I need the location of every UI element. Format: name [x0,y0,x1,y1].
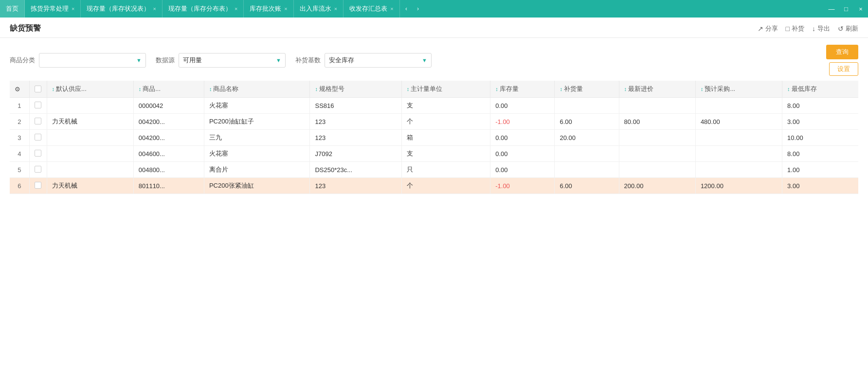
cell-est-2: 480.00 [695,114,782,130]
tab-close-inventory-status[interactable]: × [153,6,156,12]
row-checkbox-6[interactable] [29,178,47,194]
tab-recv-summary[interactable]: 收发存汇总表× [344,0,399,18]
cell-code-6: 801110... [133,178,204,194]
cell-stock-3: 0.00 [490,130,555,146]
th-unit[interactable]: ↕主计量单位 [401,81,490,98]
category-select[interactable]: ▼ [39,53,146,68]
gear-icon[interactable]: ⚙ [15,86,20,93]
tab-close-batch-account[interactable]: × [284,6,287,12]
tab-inout-flow[interactable]: 出入库流水× [294,0,344,18]
category-filter-group: 商品分类 ▼ [10,53,146,68]
cell-name-2: PC200油缸缸子 [204,114,310,130]
replenish-base-dropdown-icon: ▼ [422,57,427,63]
tab-nav-right[interactable]: › [412,0,424,18]
row-select-5[interactable] [35,166,41,173]
cell-name-5: 离合片 [204,162,310,178]
th-min-stock[interactable]: ↕最低库存 [782,81,858,98]
replenish-base-label: 补货基数 [295,56,321,65]
query-button[interactable]: 查询 [826,45,858,59]
row-checkbox-4[interactable] [29,146,47,162]
refresh-label: 刷新 [846,24,858,33]
settings-button[interactable]: 设置 [829,62,858,76]
cell-minstock-1: 8.00 [782,98,858,114]
row-checkbox-1[interactable] [29,98,47,114]
cell-est-1 [695,98,782,114]
maximize-button[interactable]: □ [839,0,853,18]
cell-replenish-5 [555,162,619,178]
datasource-dropdown-icon: ▼ [276,57,281,63]
cell-minstock-6: 3.00 [782,178,858,194]
tab-close-inout-flow[interactable]: × [334,6,337,12]
cell-stock-6: -1.00 [490,178,555,194]
cell-stock-2: -1.00 [490,114,555,130]
tab-nav-left[interactable]: ‹ [400,0,412,18]
sort-icon-spec: ↕ [315,86,318,92]
th-default-supplier[interactable]: ↕默认供应... [47,81,133,98]
th-goods-name[interactable]: ↕商品名称 [204,81,310,98]
cell-supplier-2: 力天机械 [47,114,133,130]
tab-batch-account[interactable]: 库存批次账× [244,0,293,18]
cell-code-1: 0000042 [133,98,204,114]
close-window-button[interactable]: × [853,0,868,18]
cell-minstock-3: 10.00 [782,130,858,146]
cell-unit-5: 只 [401,162,490,178]
tab-abnormal[interactable]: 拣货异常处理× [25,0,81,18]
table-header-row: ⚙ ↕默认供应... ↕商品... ↕商品名称 ↕规格型号 ↕主计量单位 ↕库存… [10,81,858,98]
table-body: 1 0000042 火花塞 SS816 支 0.00 8.00 2 力天机械 0… [10,98,858,194]
row-num-2: 2 [10,114,29,130]
sort-icon-min: ↕ [787,86,790,92]
select-all-checkbox[interactable] [35,86,41,92]
th-replenish-qty[interactable]: ↕补货量 [555,81,619,98]
replenish-button[interactable]: □ 补货 [786,24,804,33]
cell-spec-2: 123 [310,114,401,130]
cell-unit-6: 个 [401,178,490,194]
page-container: 缺货预警 ↗ 分享 □ 补货 ↓ 导出 ↺ 刷新 商品分类 [0,18,868,387]
filter-actions: 查询 设置 [826,45,858,76]
cell-unit-1: 支 [401,98,490,114]
datasource-select[interactable]: 可用量 ▼ [179,53,286,68]
row-checkbox-3[interactable] [29,130,47,146]
cell-est-4 [695,146,782,162]
th-gear: ⚙ [10,81,29,98]
tab-home[interactable]: 首页 [0,0,25,18]
th-stock-qty[interactable]: ↕库存量 [490,81,555,98]
row-select-6[interactable] [35,182,41,189]
cell-price-4 [619,146,695,162]
th-est-purchase[interactable]: ↕预计采购... [695,81,782,98]
row-select-1[interactable] [35,102,41,108]
row-num-6: 6 [10,178,29,194]
header-actions: ↗ 分享 □ 补货 ↓ 导出 ↺ 刷新 [758,24,858,33]
cell-name-1: 火花塞 [204,98,310,114]
row-checkbox-5[interactable] [29,162,47,178]
tab-close-abnormal[interactable]: × [72,6,74,12]
cell-replenish-1 [555,98,619,114]
th-latest-price[interactable]: ↕最新进价 [619,81,695,98]
tab-inventory-status[interactable]: 现存量（库存状况表）× [81,0,162,18]
cell-replenish-2: 6.00 [555,114,619,130]
th-goods-code[interactable]: ↕商品... [133,81,204,98]
tab-label-abnormal: 拣货异常处理 [31,4,69,13]
share-button[interactable]: ↗ 分享 [758,24,778,33]
row-select-2[interactable] [35,118,41,124]
table-row: 2 力天机械 004200... PC200油缸缸子 123 个 -1.00 6… [10,114,858,130]
filter-area: 商品分类 ▼ 数据源 可用量 ▼ 补货基数 安全库存 ▼ 查询 设置 [0,38,868,81]
datasource-filter-group: 数据源 可用量 ▼ [156,53,286,68]
tab-label-inventory-status: 现存量（库存状况表） [87,4,150,13]
th-spec[interactable]: ↕规格型号 [310,81,401,98]
export-button[interactable]: ↓ 导出 [812,24,830,33]
table-row: 4 004600... 火花塞 J7092 支 0.00 8.00 [10,146,858,162]
row-select-4[interactable] [35,150,41,157]
sort-icon-stock: ↕ [495,86,498,92]
replenish-base-select[interactable]: 安全库存 ▼ [325,53,432,68]
minimize-button[interactable]: — [824,0,839,18]
tab-close-inventory-dist[interactable]: × [235,6,237,12]
cell-spec-5: DS250*23c... [310,162,401,178]
tab-inventory-dist[interactable]: 现存量（库存分布表）× [163,0,244,18]
row-select-3[interactable] [35,134,41,141]
tab-label-home: 首页 [6,4,18,13]
row-checkbox-2[interactable] [29,114,47,130]
row-num-4: 4 [10,146,29,162]
replenish-base-filter-group: 补货基数 安全库存 ▼ [295,53,432,68]
refresh-button[interactable]: ↺ 刷新 [838,24,858,33]
tab-close-recv-summary[interactable]: × [390,6,393,12]
